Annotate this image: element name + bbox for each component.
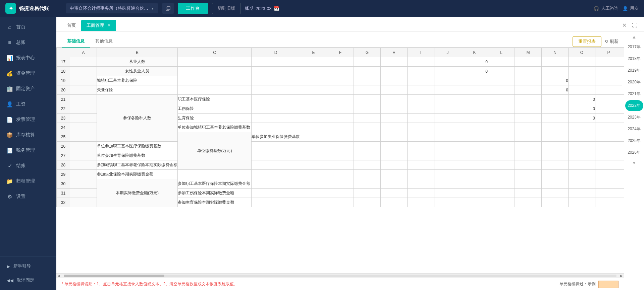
- cell-22-C[interactable]: 工伤保险: [178, 104, 252, 114]
- year-item-2019年[interactable]: 2019年: [625, 65, 643, 76]
- cell-29-Q[interactable]: [595, 170, 622, 179]
- cell-21-C[interactable]: 职工基本医疗保险: [178, 95, 252, 104]
- cell-28-Q[interactable]: [622, 160, 624, 170]
- cell-20-D[interactable]: [178, 85, 252, 95]
- cell-25-C[interactable]: 单位参加失业保险缴费基数: [252, 132, 300, 142]
- cell-17-Q[interactable]: [622, 57, 624, 67]
- cell-21-Q[interactable]: [622, 95, 624, 104]
- cell-23-O[interactable]: 0: [569, 114, 595, 123]
- cell-18-A[interactable]: [70, 67, 97, 76]
- cell-25-B[interactable]: 单位缴费基数(万元): [178, 132, 252, 170]
- cell-21-O[interactable]: 0: [569, 95, 595, 104]
- cell-17-J[interactable]: [434, 57, 461, 67]
- cell-23-I[interactable]: [408, 114, 434, 123]
- cell-26-C[interactable]: 单位参加职工基本医疗保险缴费基数: [97, 142, 178, 151]
- cell-26-H[interactable]: [381, 142, 408, 151]
- cell-31-C[interactable]: 参加工伤保险本期实际缴费金额: [178, 189, 252, 198]
- cell-27-F[interactable]: [327, 151, 354, 160]
- cell-24-M[interactable]: [515, 123, 542, 132]
- cell-17-F[interactable]: [327, 57, 354, 67]
- copy-button[interactable]: [162, 3, 174, 14]
- cell-22-D[interactable]: [252, 104, 300, 114]
- cell-18-P[interactable]: [595, 67, 622, 76]
- cell-30-N[interactable]: [542, 179, 569, 189]
- cell-27-P[interactable]: [595, 151, 622, 160]
- cell-24-P[interactable]: [595, 123, 622, 132]
- cell-26-O[interactable]: [569, 142, 595, 151]
- cell-17-C[interactable]: [178, 57, 252, 67]
- cell-23-C[interactable]: 生育保险: [178, 114, 252, 123]
- cell-30-L[interactable]: [488, 179, 515, 189]
- cell-31-F[interactable]: [327, 189, 354, 198]
- cell-21-I[interactable]: [408, 95, 434, 104]
- cell-31-K[interactable]: [461, 189, 488, 198]
- cell-27-J[interactable]: [434, 151, 461, 160]
- cell-27-L[interactable]: [488, 151, 515, 160]
- cell-18-Q[interactable]: [622, 67, 624, 76]
- cell-29-C[interactable]: 参加失业保险本期实际缴费金额: [97, 170, 178, 179]
- cell-25-J[interactable]: [461, 132, 488, 142]
- cell-28-A[interactable]: [70, 160, 97, 170]
- cell-22-K[interactable]: [461, 104, 488, 114]
- cell-31-D[interactable]: [252, 189, 300, 198]
- cell-18-J[interactable]: [434, 67, 461, 76]
- cell-21-F[interactable]: [327, 95, 354, 104]
- cell-27-N[interactable]: [542, 151, 569, 160]
- sub-tab-other[interactable]: 其他信息: [90, 35, 118, 48]
- sidebar-item-reports[interactable]: 📊报表中心: [0, 50, 56, 66]
- cell-19-J[interactable]: [408, 76, 434, 85]
- cell-27-E[interactable]: [300, 151, 327, 160]
- cell-23-M[interactable]: [515, 114, 542, 123]
- cell-30-P[interactable]: [595, 179, 622, 189]
- cell-22-A[interactable]: [70, 104, 97, 114]
- scroll-thumb[interactable]: [64, 275, 164, 277]
- cell-31-Q[interactable]: [622, 189, 624, 198]
- sidebar-item-closing[interactable]: ✓结账: [0, 158, 56, 173]
- cell-30-B[interactable]: 本期实际缴费金额(万元): [97, 179, 178, 207]
- cell-26-E[interactable]: [300, 142, 327, 151]
- cell-20-K[interactable]: [434, 85, 461, 95]
- cell-23-P[interactable]: [595, 114, 622, 123]
- cell-21-H[interactable]: [381, 95, 408, 104]
- cell-19-M[interactable]: [488, 76, 515, 85]
- cell-19-F[interactable]: [300, 76, 327, 85]
- cell-32-C[interactable]: 参加生育保险本期实际缴费金额: [178, 198, 252, 207]
- cell-22-F[interactable]: [327, 104, 354, 114]
- cell-26-G[interactable]: [354, 142, 381, 151]
- cell-24-D[interactable]: [252, 123, 300, 132]
- cell-28-H[interactable]: [381, 160, 408, 170]
- cell-29-I[interactable]: [381, 170, 408, 179]
- cell-25-K[interactable]: [488, 132, 515, 142]
- cell-30-K[interactable]: [461, 179, 488, 189]
- cell-18-N[interactable]: [542, 67, 569, 76]
- cell-22-Q[interactable]: [622, 104, 624, 114]
- cell-29-K[interactable]: [434, 170, 461, 179]
- year-item-2021年[interactable]: 2021年: [625, 88, 643, 99]
- cell-32-L[interactable]: [488, 198, 515, 207]
- cell-31-M[interactable]: [515, 189, 542, 198]
- scroll-track[interactable]: [64, 275, 616, 277]
- cell-23-H[interactable]: [381, 114, 408, 123]
- cell-28-E[interactable]: [300, 160, 327, 170]
- cell-23-K[interactable]: [461, 114, 488, 123]
- scroll-right-arrow[interactable]: ▶: [619, 274, 624, 278]
- cell-32-Q[interactable]: [622, 198, 624, 207]
- cell-24-G[interactable]: [354, 123, 381, 132]
- cell-18-H[interactable]: [381, 67, 408, 76]
- refresh-button[interactable]: ↻ 刷新: [605, 39, 619, 45]
- cell-19-O[interactable]: 0: [542, 76, 569, 85]
- cell-20-P[interactable]: [569, 85, 595, 95]
- cell-28-O[interactable]: [569, 160, 595, 170]
- cell-24-F[interactable]: [327, 123, 354, 132]
- cell-32-G[interactable]: [354, 198, 381, 207]
- cell-29-G[interactable]: [327, 170, 354, 179]
- cell-27-M[interactable]: [515, 151, 542, 160]
- cell-28-D[interactable]: [252, 160, 300, 170]
- cell-19-K[interactable]: [434, 76, 461, 85]
- cell-32-P[interactable]: [595, 198, 622, 207]
- year-item-2018年[interactable]: 2018年: [625, 53, 643, 64]
- cell-24-E[interactable]: [300, 123, 327, 132]
- cell-22-M[interactable]: [515, 104, 542, 114]
- year-item-2022年[interactable]: 2022年: [625, 100, 643, 111]
- cell-29-F[interactable]: [300, 170, 327, 179]
